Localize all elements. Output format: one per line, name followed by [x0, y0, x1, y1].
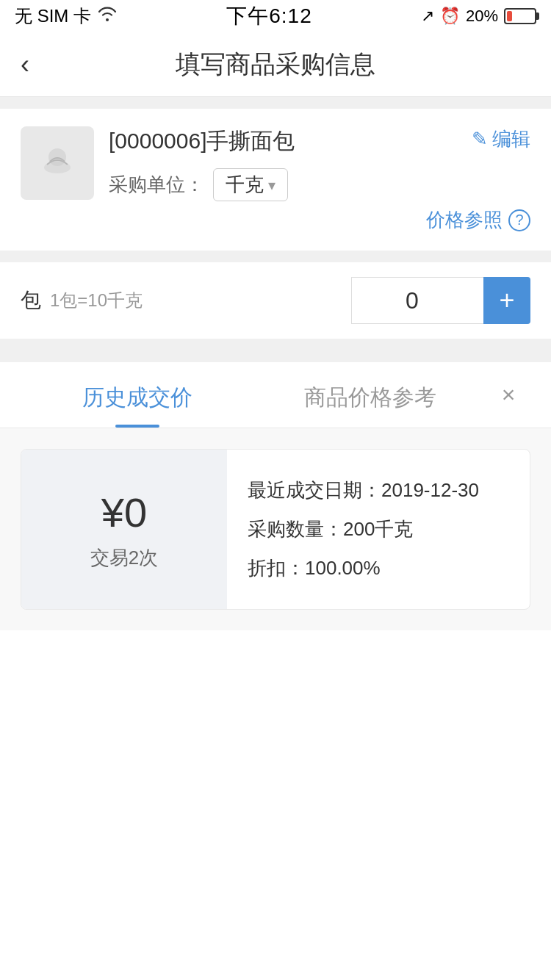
- price-card-left: ¥0 交易2次: [21, 450, 227, 609]
- unit-label: 采购单位：: [109, 172, 204, 198]
- unit-select[interactable]: 千克 ▾: [213, 168, 288, 201]
- tab-close-button[interactable]: ×: [486, 373, 530, 417]
- price-symbol: ¥: [101, 489, 124, 536]
- product-unit-row: 采购单位： 千克 ▾: [109, 168, 295, 201]
- price-card: ¥0 交易2次 最近成交日期：2019-12-30 采购数量：200千克 折扣：…: [21, 449, 530, 610]
- discount-label: 折扣：: [248, 557, 305, 579]
- wifi-icon: [97, 6, 118, 26]
- purchase-qty-label: 采购数量：: [248, 518, 343, 540]
- status-right: ↗ ⏰ 20%: [421, 7, 536, 26]
- edit-label: 编辑: [492, 126, 530, 152]
- tab-reference[interactable]: 商品价格参考: [253, 362, 486, 428]
- status-bar: 无 SIM 卡 下午6:12 ↗ ⏰ 20%: [0, 0, 551, 32]
- location-icon: ↗: [421, 7, 434, 26]
- tab-history[interactable]: 历史成交价: [21, 362, 253, 428]
- history-content: ¥0 交易2次 最近成交日期：2019-12-30 采购数量：200千克 折扣：…: [0, 428, 551, 630]
- recent-date-label: 最近成交日期：: [248, 479, 381, 501]
- battery-indicator: [504, 8, 536, 24]
- purchase-qty-row: 采购数量：200千克: [248, 515, 509, 544]
- quantity-left: 包 1包=10千克: [21, 287, 143, 314]
- product-section: [0000006]手撕面包 采购单位： 千克 ▾ ✎ 编辑 价格参照 ?: [0, 109, 551, 251]
- recent-date-value: 2019-12-30: [381, 479, 479, 501]
- carrier-text: 无 SIM 卡: [15, 4, 91, 28]
- quantity-right: +: [351, 277, 530, 324]
- price-ref-link[interactable]: 价格参照: [426, 207, 503, 233]
- alarm-icon: ⏰: [440, 7, 460, 26]
- quantity-plus-button[interactable]: +: [483, 277, 530, 324]
- bottom-panel: 历史成交价 商品价格参考 × ¥0 交易2次 最近成交日期：2019-12-30…: [0, 362, 551, 630]
- page-title: 填写商品采购信息: [176, 48, 375, 82]
- section-divider: [0, 251, 551, 262]
- tabs-row: 历史成交价 商品价格参考 ×: [0, 362, 551, 428]
- nav-bar: ‹ 填写商品采购信息: [0, 32, 551, 97]
- discount-row: 折扣：100.00%: [248, 554, 509, 583]
- price-trades: 交易2次: [90, 545, 158, 571]
- quantity-input[interactable]: [351, 277, 483, 324]
- product-name: [0000006]手撕面包: [109, 126, 295, 156]
- dropdown-arrow-icon: ▾: [268, 176, 276, 194]
- back-button[interactable]: ‹: [21, 49, 29, 80]
- unit-value: 千克: [226, 172, 264, 198]
- price-card-right: 最近成交日期：2019-12-30 采购数量：200千克 折扣：100.00%: [227, 450, 530, 609]
- purchase-qty-value: 200千克: [343, 518, 413, 540]
- recent-date-row: 最近成交日期：2019-12-30: [248, 476, 509, 505]
- price-amount: ¥0: [101, 489, 147, 536]
- quantity-section: 包 1包=10千克 +: [0, 262, 551, 339]
- product-thumbnail: [21, 126, 94, 200]
- quantity-unit: 包: [21, 287, 41, 314]
- discount-value: 100.00%: [305, 557, 381, 579]
- price-value: 0: [124, 489, 147, 536]
- main-content-area: [0, 630, 551, 980]
- section-divider-2: [0, 339, 551, 350]
- edit-button[interactable]: ✎ 编辑: [472, 126, 530, 152]
- edit-icon: ✎: [472, 128, 488, 151]
- product-left: [0000006]手撕面包 采购单位： 千克 ▾: [21, 126, 295, 201]
- status-left: 无 SIM 卡: [15, 4, 118, 28]
- help-icon[interactable]: ?: [508, 209, 530, 231]
- quantity-conversion: 1包=10千克: [50, 289, 143, 312]
- product-info: [0000006]手撕面包 采购单位： 千克 ▾: [109, 126, 295, 201]
- price-ref-row: 价格参照 ?: [21, 207, 530, 233]
- status-time: 下午6:12: [226, 2, 312, 30]
- battery-percent: 20%: [466, 7, 498, 26]
